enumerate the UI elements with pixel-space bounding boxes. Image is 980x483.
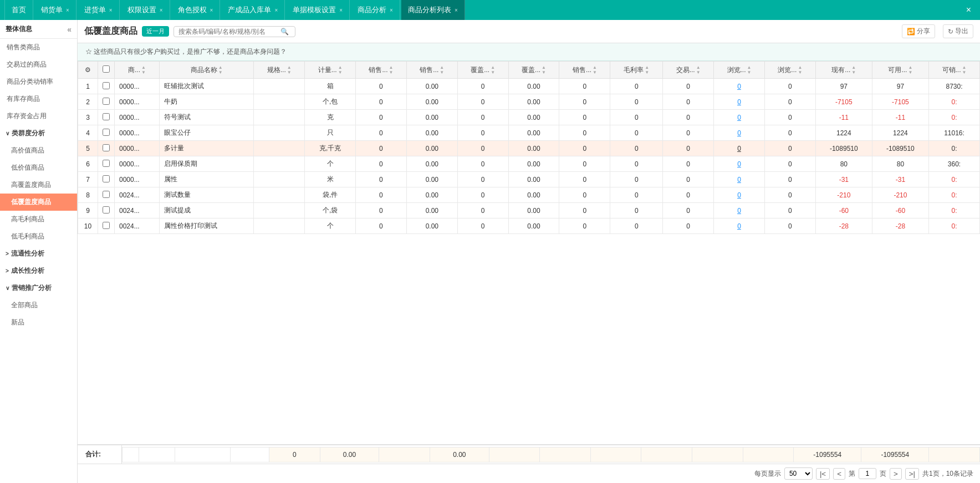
close-icon[interactable]: × [390,7,393,13]
sidebar-item-high-value[interactable]: 高价值商品 [0,142,77,159]
share-button[interactable]: 🔁 分享 [902,24,935,38]
table-wrapper[interactable]: ⚙ 商... ▲▼ 商品名称 ▲▼ [78,61,980,444]
sidebar-item-new-goods[interactable]: 新品 [0,314,77,331]
row-checkbox[interactable] [103,144,110,151]
total-sales2: 0.00 [320,447,379,462]
col-saleable[interactable]: 可销... ▲▼ [928,62,979,79]
chevron-down-icon: ∨ [6,285,9,291]
sidebar-group-growth[interactable]: > 成长性分析 [0,262,77,279]
nav-tab-purchase[interactable]: 进货单 × [78,0,120,20]
per-page-select[interactable]: 50 100 200 [784,467,813,480]
nav-tab-home[interactable]: 首页 [4,0,33,20]
period-button[interactable]: 近一月 [142,26,169,37]
row-checkbox[interactable] [103,191,110,198]
prev-page-button[interactable]: < [833,468,845,480]
search-input[interactable] [178,28,278,35]
row-checkbox[interactable] [103,206,110,213]
sidebar-item-all-goods[interactable]: 全部商品 [0,297,77,314]
page-input[interactable] [859,468,876,479]
window-close-button[interactable]: × [962,3,976,17]
content-area: 低覆盖度商品 近一月 🔍 🔁 分享 ↻ 导出 ☆ 这些商品只有很少客户购买过，是… [78,20,980,483]
chevron-right-icon: > [6,268,9,274]
nav-tab-analysis-list[interactable]: 商品分析列表 × [401,0,465,20]
sidebar-item-high-margin[interactable]: 高毛利商品 [0,211,77,228]
sidebar-item-category-rate[interactable]: 商品分类动销率 [0,73,77,90]
col-stock2[interactable]: 可用... ▲▼ [872,62,928,79]
sidebar-item-stocked-goods[interactable]: 有库存商品 [0,90,77,108]
col-code[interactable]: 商... ▲▼ [115,62,160,79]
row-checkbox[interactable] [103,82,110,89]
export-button[interactable]: ↻ 导出 [943,24,973,38]
totals-table: 0 0.00 0.00 -1095554 -1095554 [122,447,980,462]
pagination: 每页显示 50 100 200 |< < 第 页 > >| 共1页，10条记录 [78,464,980,483]
col-stock1[interactable]: 现有... ▲▼ [815,62,872,79]
sidebar-group-coverage[interactable]: ∨ 类群度分析 [0,125,77,142]
col-unit[interactable]: 计量... ▲▼ [305,62,356,79]
sidebar-header: 整体信息 « [0,20,77,39]
chevron-down-icon: ∨ [6,130,9,136]
close-icon[interactable]: × [455,7,458,13]
last-page-button[interactable]: >| [905,468,919,480]
col-gross[interactable]: 毛利率 ▲▼ [610,62,663,79]
close-icon[interactable]: × [66,7,69,13]
row-checkbox[interactable] [103,113,110,120]
table-row: 50000...多计量克,千克00.0000.0000000-1089510-1… [78,141,980,156]
col-name[interactable]: 商品名称 ▲▼ [159,62,253,79]
top-nav: 首页 销货单 × 进货单 × 权限设置 × 角色授权 × 产成品入库单 × 单据… [0,0,980,20]
col-browse1[interactable]: 浏览... ▲▼ [714,62,765,79]
nav-tab-product[interactable]: 产成品入库单 × [221,0,285,20]
col-sales2[interactable]: 销售... ▲▼ [406,62,457,79]
totals-label: 合计: [78,445,122,464]
info-banner: ☆ 这些商品只有很少客户购买过，是推广不够，还是商品本身问题？ [78,43,980,61]
sidebar-group-liquidity[interactable]: > 流通性分析 [0,245,77,262]
sidebar-collapse-button[interactable]: « [67,25,72,34]
nav-tab-role[interactable]: 角色授权 × [171,0,221,20]
sidebar: 整体信息 « 销售类商品 交易过的商品 商品分类动销率 有库存商品 库存资金占用… [0,20,78,483]
sidebar-item-high-coverage[interactable]: 高覆盖度商品 [0,176,77,194]
row-checkbox[interactable] [103,222,110,229]
search-icon: 🔍 [280,28,289,35]
col-trade[interactable]: 交易... ▲▼ [663,62,714,79]
sidebar-group-marketing[interactable]: ∨ 营销推广分析 [0,279,77,297]
close-icon[interactable]: × [274,7,278,13]
total-cover2: 0.00 [430,447,489,462]
sidebar-item-low-value[interactable]: 低价值商品 [0,159,77,176]
sidebar-item-sales-goods[interactable]: 销售类商品 [0,39,77,56]
col-cover1[interactable]: 覆盖... ▲▼ [457,62,508,79]
select-all-checkbox[interactable] [103,65,110,73]
total-stock1: -1095554 [794,447,861,462]
close-icon[interactable]: × [109,7,113,13]
nav-tab-template[interactable]: 单据模板设置 × [286,0,350,20]
close-icon[interactable]: × [339,7,343,13]
col-settings[interactable]: ⚙ [78,62,98,79]
col-sales3[interactable]: 销售... ▲▼ [559,62,610,79]
row-checkbox[interactable] [103,129,110,136]
sidebar-item-low-coverage[interactable]: 低覆盖度商品 [0,194,77,211]
col-browse2[interactable]: 浏览... ▲▼ [764,62,815,79]
first-page-button[interactable]: |< [816,468,830,480]
col-sales1[interactable]: 销售... ▲▼ [356,62,407,79]
sidebar-item-traded-goods[interactable]: 交易过的商品 [0,56,77,73]
nav-tab-perm[interactable]: 权限设置 × [121,0,170,20]
table-row: 70000...属性米00.0000.0000000-31-310: [78,172,980,187]
nav-tab-sales[interactable]: 销货单 × [34,0,76,20]
table-row: 20000...牛奶个,包00.0000.0000000-7105-71050: [78,94,980,110]
row-checkbox[interactable] [103,98,110,105]
row-checkbox[interactable] [103,175,110,182]
sidebar-item-low-margin[interactable]: 低毛利商品 [0,228,77,245]
page-title: 低覆盖度商品 [84,26,137,37]
main-container: 整体信息 « 销售类商品 交易过的商品 商品分类动销率 有库存商品 库存资金占用… [0,20,980,483]
row-checkbox[interactable] [103,160,110,167]
col-spec[interactable]: 规格... ▲▼ [254,62,305,79]
nav-tab-analysis[interactable]: 商品分析 × [351,0,400,20]
close-icon[interactable]: × [160,7,163,13]
close-icon[interactable]: × [210,7,213,13]
table-body: 10000...旺辅批次测试箱00.0000.000000097978730:2… [78,79,980,234]
next-page-button[interactable]: > [890,468,902,480]
totals-inner: 0 0.00 0.00 -1095554 -1095554 [122,447,980,462]
col-cover2[interactable]: 覆盖... ▲▼ [508,62,559,79]
sidebar-item-inventory-capital[interactable]: 库存资金占用 [0,108,77,125]
content-header: 低覆盖度商品 近一月 🔍 🔁 分享 ↻ 导出 [78,20,980,43]
table-header-row: ⚙ 商... ▲▼ 商品名称 ▲▼ [78,62,980,79]
col-checkbox[interactable] [98,62,115,79]
